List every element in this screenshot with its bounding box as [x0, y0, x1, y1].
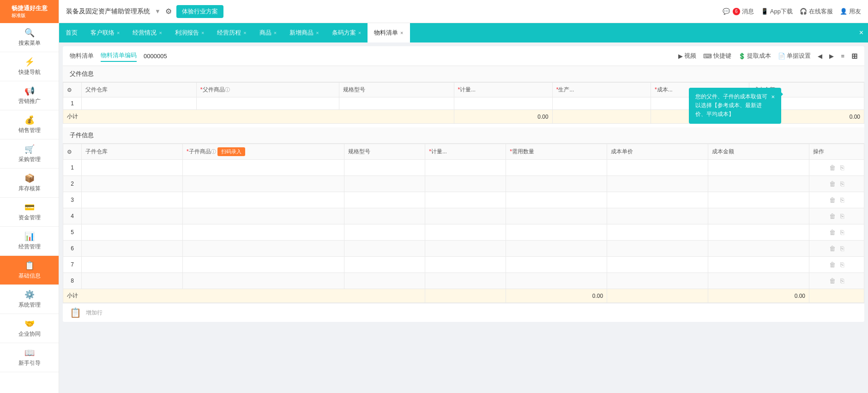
child-unit-cell-5[interactable] [425, 224, 506, 241]
nav-tab-goods[interactable]: 商品× [253, 23, 283, 42]
child-unit-cell-4[interactable] [425, 208, 506, 224]
nav-tab-newgoods[interactable]: 新增商品× [283, 23, 325, 42]
message-button[interactable]: 💬 6 消息 [723, 7, 754, 16]
delete-icon-3[interactable]: 🗑 [829, 196, 836, 204]
child-spec-cell-1[interactable] [344, 160, 425, 176]
nav-tab-history[interactable]: 经营历程× [211, 23, 253, 42]
sidebar-item-search[interactable]: 🔍搜索菜单 [0, 23, 59, 52]
child-unit-cost-cell-2[interactable] [607, 176, 708, 192]
child-warehouse-cell-5[interactable] [82, 224, 183, 241]
child-spec-cell-5[interactable] [344, 224, 425, 241]
child-product-cell-6[interactable] [182, 241, 344, 257]
sidebar-item-operations[interactable]: 📊经营管理 [0, 227, 59, 256]
delete-icon-2[interactable]: 🗑 [829, 180, 836, 187]
child-col-settings[interactable]: ⚙ [63, 144, 82, 160]
doc-settings-btn[interactable]: 📄 单据设置 [778, 52, 811, 60]
child-unit-cell-8[interactable] [425, 273, 506, 289]
child-product-cell-8[interactable] [182, 273, 344, 289]
child-unit-cell-3[interactable] [425, 192, 506, 208]
sidebar-item-basic[interactable]: 📋基础信息 [0, 256, 59, 285]
child-unit-cell-1[interactable] [425, 160, 506, 176]
parent-spec-cell[interactable] [339, 97, 454, 110]
child-unit-cost-cell-3[interactable] [607, 192, 708, 208]
online-service-button[interactable]: 🎧 在线客服 [800, 7, 833, 16]
child-qty-cell-5[interactable] [506, 224, 607, 241]
nav-tab-home[interactable]: 首页 [59, 23, 84, 42]
child-qty-cell-2[interactable] [506, 176, 607, 192]
nav-tab-close-barcode[interactable]: × [358, 30, 361, 36]
copy-icon-8[interactable]: ⎘ [840, 277, 844, 284]
app-download-button[interactable]: 📱 App下载 [761, 7, 793, 16]
add-row-icon[interactable]: 📋 [70, 307, 81, 318]
parent-production-cell[interactable] [552, 97, 651, 110]
subnav-bom-code[interactable]: 物料清单编码 [101, 50, 137, 62]
sidebar-item-inventory[interactable]: 📦库存核算 [0, 169, 59, 198]
child-product-cell-5[interactable] [182, 224, 344, 241]
copy-icon-6[interactable]: ⎘ [840, 245, 844, 252]
child-warehouse-cell-2[interactable] [82, 176, 183, 192]
copy-icon-4[interactable]: ⎘ [840, 212, 844, 220]
child-spec-cell-8[interactable] [344, 273, 425, 289]
extract-cost-btn[interactable]: 💲 提取成本 [738, 52, 771, 60]
child-qty-cell-7[interactable] [506, 257, 607, 273]
gear-settings-icon[interactable]: ⚙ [165, 7, 172, 16]
nav-tab-customers[interactable]: 客户联络× [84, 23, 126, 42]
child-warehouse-cell-4[interactable] [82, 208, 183, 224]
sidebar-item-purchase[interactable]: 🛒采购管理 [0, 139, 59, 169]
delete-icon-8[interactable]: 🗑 [829, 277, 836, 284]
copy-icon-3[interactable]: ⎘ [840, 196, 844, 204]
child-spec-cell-3[interactable] [344, 192, 425, 208]
child-qty-cell-4[interactable] [506, 208, 607, 224]
parent-col-settings[interactable]: ⚙ [63, 83, 82, 97]
sidebar-item-system[interactable]: ⚙️系统管理 [0, 285, 59, 314]
child-unit-cost-cell-5[interactable] [607, 224, 708, 241]
tooltip-close-button[interactable]: × [771, 92, 775, 102]
sidebar-item-newbie[interactable]: 📖新手引导 [0, 343, 59, 372]
child-unit-cost-cell-8[interactable] [607, 273, 708, 289]
nav-tab-close-newgoods[interactable]: × [316, 30, 319, 36]
nav-tab-close-profit[interactable]: × [201, 30, 204, 36]
nav-tab-barcode[interactable]: 条码方案× [326, 23, 368, 42]
child-product-cell-3[interactable] [182, 192, 344, 208]
child-unit-cost-cell-4[interactable] [607, 208, 708, 224]
grid-view-btn[interactable]: ≡ [841, 53, 844, 60]
child-unit-cost-cell-1[interactable] [607, 160, 708, 176]
prev-btn[interactable]: ◀ [818, 53, 822, 60]
nav-tab-bom[interactable]: 物料清单× [368, 23, 410, 42]
user-avatar[interactable]: 👤 用友 [840, 7, 861, 16]
child-product-cell-2[interactable] [182, 176, 344, 192]
copy-icon-5[interactable]: ⎘ [840, 229, 844, 236]
child-qty-cell-8[interactable] [506, 273, 607, 289]
sidebar-item-finance[interactable]: 💳资金管理 [0, 198, 59, 227]
next-btn[interactable]: ▶ [829, 53, 834, 60]
delete-icon-1[interactable]: 🗑 [829, 164, 836, 171]
child-spec-cell-6[interactable] [344, 241, 425, 257]
scan-input-button[interactable]: 扫码录入 [217, 147, 245, 156]
delete-icon-7[interactable]: 🗑 [829, 261, 836, 268]
nav-tab-profit[interactable]: 利润报告× [169, 23, 211, 42]
child-spec-cell-4[interactable] [344, 208, 425, 224]
sidebar-item-marketing[interactable]: 📢营销推广 [0, 81, 59, 110]
sidebar-item-quicknav[interactable]: ⚡快捷导航 [0, 52, 59, 81]
nav-tab-close-bom[interactable]: × [400, 30, 403, 36]
child-unit-cell-7[interactable] [425, 257, 506, 273]
child-product-cell-4[interactable] [182, 208, 344, 224]
sidebar-item-enterprise[interactable]: 🤝企业协同 [0, 314, 59, 343]
experience-button[interactable]: 体验行业方案 [176, 5, 223, 18]
parent-unit-cell[interactable] [454, 97, 552, 110]
expand-btn[interactable]: ⊞ [851, 52, 857, 60]
copy-icon-1[interactable]: ⎘ [840, 164, 844, 171]
shortcut-btn[interactable]: ⌨ 快捷键 [703, 52, 731, 60]
child-warehouse-cell-7[interactable] [82, 257, 183, 273]
nav-tab-close-history[interactable]: × [243, 30, 246, 36]
child-product-cell-7[interactable] [182, 257, 344, 273]
parent-warehouse-cell[interactable] [82, 97, 197, 110]
nav-tab-close-operations[interactable]: × [159, 30, 162, 36]
parent-product-cell[interactable] [196, 97, 339, 110]
sidebar-item-sales[interactable]: 💰销售管理 [0, 110, 59, 139]
child-warehouse-cell-8[interactable] [82, 273, 183, 289]
copy-icon-2[interactable]: ⎘ [840, 180, 844, 187]
child-spec-cell-2[interactable] [344, 176, 425, 192]
nav-tabs-close-all[interactable]: × [855, 29, 868, 37]
nav-tab-operations[interactable]: 经营情况× [126, 23, 168, 42]
